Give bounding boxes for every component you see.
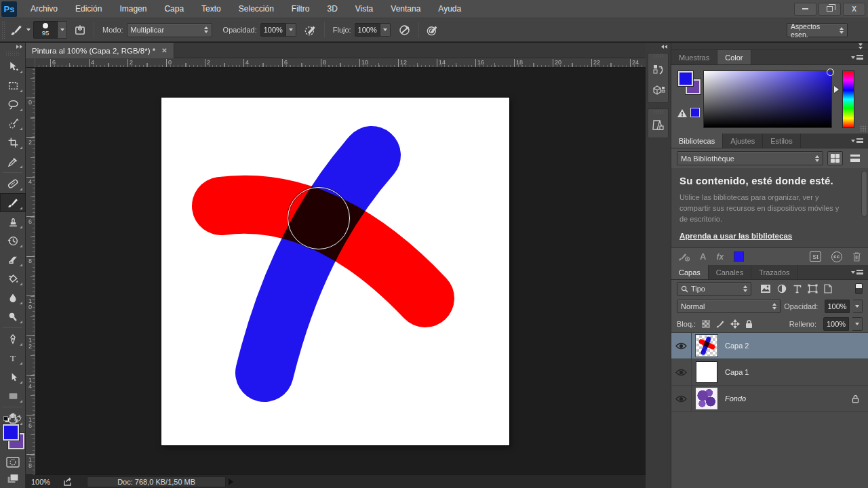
add-character-style-icon[interactable]: A bbox=[700, 251, 706, 262]
rectangular-marquee-tool[interactable] bbox=[0, 76, 26, 95]
creative-cloud-icon[interactable]: cc bbox=[831, 251, 842, 262]
layer-filter-select[interactable]: Tipo bbox=[677, 282, 751, 296]
add-graphic-icon[interactable] bbox=[678, 251, 690, 262]
layer-fill-input[interactable]: 100% bbox=[823, 317, 849, 331]
layer-opacity-arrow[interactable] bbox=[853, 300, 863, 313]
add-layer-style-icon[interactable]: fx bbox=[716, 252, 724, 262]
tab-ajustes[interactable]: Ajustes bbox=[723, 134, 763, 148]
gamut-warning-icon[interactable] bbox=[677, 108, 688, 118]
tab-muestras[interactable]: Muestras bbox=[671, 50, 717, 64]
layer-list-empty-area[interactable] bbox=[671, 412, 868, 488]
current-tool-brush-icon[interactable] bbox=[7, 21, 25, 39]
menu-edicin[interactable]: Edición bbox=[66, 0, 111, 18]
tab-close-icon[interactable]: ✕ bbox=[161, 47, 167, 54]
lock-position-icon[interactable] bbox=[730, 319, 740, 329]
layer-name[interactable]: Fondo bbox=[725, 394, 746, 403]
layer-row[interactable]: Capa 2 bbox=[671, 333, 868, 359]
scrollbar-thumb[interactable] bbox=[861, 171, 867, 217]
layer-thumbnail[interactable] bbox=[696, 388, 717, 409]
default-colors-icon[interactable] bbox=[3, 416, 9, 422]
hue-ramp[interactable] bbox=[842, 70, 854, 128]
gamut-color-swatch[interactable] bbox=[690, 108, 700, 117]
panel-menu-icon[interactable] bbox=[851, 265, 868, 279]
tab-trazados[interactable]: Trazados bbox=[751, 265, 797, 279]
minimize-button[interactable] bbox=[794, 3, 816, 16]
layer-thumbnail[interactable] bbox=[696, 361, 717, 383]
layer-row[interactable]: Fondo bbox=[671, 386, 868, 412]
shape-layer-filter-icon[interactable] bbox=[808, 284, 818, 293]
library-select[interactable]: Ma Bibliothèque bbox=[677, 151, 823, 165]
clone-stamp-tool[interactable] bbox=[0, 212, 26, 231]
expand-panels-icon[interactable] bbox=[661, 45, 668, 49]
tab-estilos[interactable]: Estilos bbox=[763, 134, 800, 148]
close-button[interactable]: X bbox=[843, 3, 865, 16]
crop-tool[interactable] bbox=[0, 133, 26, 152]
tab-canales[interactable]: Canales bbox=[709, 265, 751, 279]
layer-blend-mode-select[interactable]: Normal bbox=[677, 300, 781, 313]
menu-ventana[interactable]: Ventana bbox=[382, 0, 429, 18]
menu-capa[interactable]: Capa bbox=[155, 0, 193, 18]
layer-row[interactable]: Capa 1 bbox=[671, 359, 868, 386]
color-field[interactable] bbox=[703, 70, 832, 128]
menu-seleccin[interactable]: Selección bbox=[230, 0, 283, 18]
flow-dropdown-arrow[interactable] bbox=[380, 23, 391, 37]
share-icon[interactable] bbox=[60, 476, 77, 487]
status-arrow-icon[interactable] bbox=[229, 479, 233, 485]
foreground-color-swatch[interactable] bbox=[3, 424, 19, 441]
horizontal-ruler[interactable]: 642024681012141618202224 bbox=[35, 58, 646, 68]
trash-icon[interactable] bbox=[852, 251, 861, 262]
lock-all-icon[interactable] bbox=[745, 319, 753, 329]
tab-color[interactable]: Color bbox=[717, 50, 751, 64]
layer-visibility-toggle[interactable] bbox=[671, 333, 692, 359]
panel-group-grip[interactable] bbox=[654, 110, 663, 114]
adjustment-layer-filter-icon[interactable] bbox=[777, 284, 787, 293]
pasteboard[interactable] bbox=[35, 68, 646, 474]
history-brush-tool[interactable] bbox=[0, 231, 26, 250]
brush-tool[interactable] bbox=[0, 193, 26, 212]
type-tool[interactable]: T bbox=[0, 348, 26, 367]
screen-mode-button[interactable] bbox=[0, 470, 26, 487]
shape-tool[interactable] bbox=[0, 386, 26, 405]
options-bar-grip[interactable] bbox=[1, 21, 5, 39]
learn-libraries-link[interactable]: Aprenda a usar las bibliotecas bbox=[679, 232, 792, 240]
swap-colors-icon[interactable] bbox=[14, 415, 22, 423]
ruler-corner[interactable] bbox=[26, 58, 35, 68]
zoom-level[interactable]: 100% bbox=[31, 478, 50, 486]
pressure-size-toggle[interactable] bbox=[424, 21, 441, 39]
workspace-switcher[interactable]: Aspectos esen. bbox=[787, 23, 848, 37]
add-fill-color-swatch[interactable] bbox=[734, 251, 744, 262]
panel-menu-icon[interactable] bbox=[851, 50, 868, 64]
quick-selection-tool[interactable] bbox=[0, 114, 26, 133]
dodge-tool[interactable] bbox=[0, 307, 26, 326]
layer-filter-toggle[interactable] bbox=[855, 283, 863, 294]
pixel-layer-filter-icon[interactable] bbox=[760, 284, 771, 293]
menu-vista[interactable]: Vista bbox=[347, 0, 382, 18]
layer-visibility-toggle[interactable] bbox=[671, 386, 692, 411]
restore-button[interactable] bbox=[818, 3, 841, 16]
notes-panel-icon[interactable] bbox=[648, 115, 668, 136]
panel-menu-icon[interactable] bbox=[851, 134, 868, 148]
smart-object-filter-icon[interactable] bbox=[824, 284, 832, 293]
canvas[interactable] bbox=[161, 98, 509, 445]
menu-ayuda[interactable]: Ayuda bbox=[429, 0, 470, 18]
lock-pixels-icon[interactable] bbox=[715, 319, 725, 329]
menu-texto[interactable]: Texto bbox=[193, 0, 230, 18]
pen-tool[interactable] bbox=[0, 329, 26, 348]
panel-resize-grip[interactable] bbox=[860, 125, 867, 132]
grid-view-button[interactable] bbox=[827, 151, 843, 165]
flow-input[interactable]: 100% bbox=[355, 23, 380, 37]
quick-mask-button[interactable] bbox=[0, 454, 26, 470]
tab-capas[interactable]: Capas bbox=[671, 265, 709, 279]
vertical-ruler[interactable]: 024681 01 21 41 61 8 bbox=[26, 68, 35, 474]
collapse-toolbar-icon[interactable] bbox=[16, 45, 22, 49]
lock-transparency-icon[interactable] bbox=[702, 320, 710, 328]
eyedropper-tool[interactable] bbox=[0, 152, 26, 171]
eraser-tool[interactable] bbox=[0, 250, 26, 269]
menu-3d[interactable]: 3D bbox=[318, 0, 346, 18]
tool-preset-arrow[interactable] bbox=[26, 28, 31, 31]
layer-name[interactable]: Capa 1 bbox=[725, 368, 749, 376]
blend-mode-select[interactable]: Multiplicar bbox=[127, 23, 212, 37]
pressure-opacity-toggle[interactable] bbox=[302, 21, 319, 39]
lasso-tool[interactable] bbox=[0, 95, 26, 114]
toolbar-grip[interactable] bbox=[5, 52, 20, 56]
